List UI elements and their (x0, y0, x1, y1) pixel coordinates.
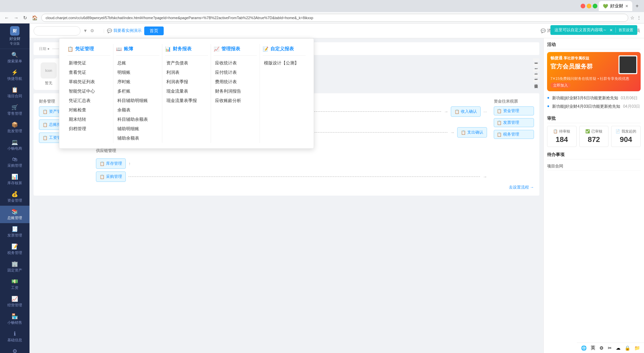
home-btn[interactable]: 🏠 (30, 14, 39, 21)
dropdown-overlay: 📋 凭证管理 新增凭证 查看凭证 草稿凭证列表 智能凭证中心 凭证汇总表 对账检… (30, 38, 644, 353)
dropdown-col-voucher: 📋 凭证管理 新增凭证 查看凭证 草稿凭证列表 智能凭证中心 凭证汇总表 对账检… (65, 44, 113, 143)
menu-item-finance-profit[interactable]: 财务利润报告 (214, 87, 257, 96)
voucher-col-title: 凭证管理 (75, 46, 94, 52)
message-icon: 💬 (541, 29, 546, 33)
sidebar-item-inventory[interactable]: 📊 库存核算 (0, 171, 30, 188)
sidebar-label-fund: 资金管理 (7, 198, 22, 203)
sidebar-item-operations[interactable]: 📈 经营管理 (0, 293, 30, 310)
sidebar-item-payroll[interactable]: 💵 工资 (0, 275, 30, 293)
menu-item-aging-analysis[interactable]: 应收账龄分析 (214, 96, 257, 105)
menu-item-profit[interactable]: 利润表 (165, 68, 208, 77)
menu-item-subject-detail[interactable]: 科目辅助明细账 (116, 96, 159, 105)
demo-btn[interactable]: 💬 我要看实例演示 (107, 28, 142, 34)
sales-icon: 🏪 (11, 313, 18, 319)
search-icon: 🔍 (11, 52, 18, 58)
reload-btn[interactable]: ↻ (21, 14, 29, 21)
sidebar-item-project[interactable]: 📋 项目合同 (0, 84, 30, 101)
sidebar-item-ledger[interactable]: 📚 总账管理 (0, 206, 30, 223)
back-btn[interactable]: ← (3, 14, 11, 21)
menu-item-balance-sheet[interactable]: 资产负债表 (165, 58, 208, 68)
menu-item-view-voucher[interactable]: 查看凭证 (67, 68, 110, 77)
tab-home[interactable]: 首页 (144, 27, 164, 35)
sidebar-item-purchase[interactable]: 🛍 采购管理 (0, 154, 30, 171)
menu-item-receivable-stat[interactable]: 应收统计表 (214, 58, 257, 68)
dropdown-menu: 📋 凭证管理 新增凭证 查看凭证 草稿凭证列表 智能凭证中心 凭证汇总表 对账检… (59, 38, 314, 149)
win-min-btn[interactable] (587, 4, 591, 8)
browser-tab-active[interactable]: 💚 好业财 ✕ (599, 1, 632, 11)
sidebar-label-basic: 基础信息 (7, 338, 22, 343)
sidebar-item-quick[interactable]: ⚡ 快捷导航 (0, 66, 30, 84)
menu-item-template-design[interactable]: 模版设计【公测】 (263, 58, 306, 68)
bottom-icon-6[interactable]: 🔒 (623, 345, 632, 351)
menu-item-new-voucher[interactable]: 新增凭证 (67, 58, 110, 68)
menu-item-cashflow-quarterly[interactable]: 现金流量表季报 (165, 96, 208, 105)
menu-item-assist-balance[interactable]: 辅助余额表 (116, 134, 159, 143)
finance-report-col-icon: 📊 (165, 46, 171, 52)
sidebar-label-fixed-assets: 固定资产 (7, 268, 22, 273)
header-tabs: 首页 (144, 27, 164, 35)
win-max-btn[interactable] (593, 4, 597, 8)
sidebar-item-retail[interactable]: 🛒 零售管理 (0, 101, 30, 119)
basic-icon: ℹ (14, 331, 16, 337)
new-tab-btn[interactable]: + (633, 3, 641, 9)
demo-icon: 💬 (107, 29, 112, 33)
version-badge: 专业版 (10, 41, 20, 46)
bottom-icon-5[interactable]: ☁ (614, 345, 622, 351)
company-search-input[interactable] (34, 26, 80, 36)
sidebar-label-retail: 零售管理 (7, 111, 22, 116)
bottom-icon-1[interactable]: 🌐 (580, 345, 588, 351)
menu-item-multi-col[interactable]: 多栏账 (116, 87, 159, 96)
url-text: cloud.chanjet.com/cc/u6d89qwnryel/57bfsk… (46, 16, 313, 20)
bookmark-icon[interactable]: ☆ (630, 15, 635, 20)
logo-icon: 财 (10, 26, 19, 36)
menu-item-archive[interactable]: 归档管理 (67, 124, 110, 134)
sidebar-label-ledger: 总账管理 (7, 215, 22, 220)
divider: | (103, 28, 104, 33)
sidebar-item-fixed-assets[interactable]: 🏢 固定资产 (0, 258, 30, 275)
menu-item-expense-stat[interactable]: 费用统计表 (214, 77, 257, 87)
menu-item-cashflow[interactable]: 现金流量表 (165, 87, 208, 96)
bottom-icon-7[interactable]: 📁 (633, 345, 641, 351)
sidebar-item-basic[interactable]: ℹ 基础信息 (0, 328, 30, 345)
ledger-col-title: 账簿 (124, 46, 133, 52)
win-close-btn[interactable] (581, 4, 585, 8)
menu-item-balance[interactable]: 余额表 (116, 105, 159, 115)
menu-item-subject-balance[interactable]: 科目辅助余额表 (116, 115, 159, 124)
sidebar-item-fund[interactable]: 💰 资金管理 (0, 188, 30, 206)
menu-item-detail-ledger[interactable]: 明细账 (116, 68, 159, 77)
sidebar-item-ecommerce[interactable]: 💻 小畅电商 (0, 136, 30, 154)
address-bar[interactable]: cloud.chanjet.com/cc/u6d89qwnryel/57bfsk… (41, 14, 628, 22)
menu-item-profit-quarterly[interactable]: 利润表季报 (165, 77, 208, 87)
fixed-assets-icon: 🏢 (11, 261, 18, 267)
bottom-icon-2[interactable]: 英 (589, 344, 597, 352)
menu-item-voucher-summary[interactable]: 凭证汇总表 (67, 96, 110, 105)
sidebar-item-search[interactable]: 🔍 搜索菜单 (0, 49, 30, 66)
sidebar-label-invoice: 发票管理 (7, 233, 22, 238)
menu-item-assist-detail[interactable]: 辅助明细账 (116, 124, 159, 134)
sidebar-label-inventory: 库存核算 (7, 181, 22, 186)
tab-close-btn[interactable]: ✕ (625, 4, 628, 8)
menu-item-reconcile[interactable]: 对账检查 (67, 105, 110, 115)
bottom-icon-4[interactable]: ✂ (606, 345, 613, 351)
menu-item-sequence-ledger[interactable]: 序时账 (116, 77, 159, 87)
sidebar-item-system[interactable]: ⚙ 系统管理 (0, 345, 30, 353)
col-header-ledger: 📖 账簿 (116, 44, 159, 56)
menu-item-smart-voucher[interactable]: 智能凭证中心 (67, 87, 110, 96)
sidebar-item-wholesale[interactable]: 📦 批发管理 (0, 119, 30, 136)
forward-btn[interactable]: → (12, 14, 20, 21)
dropdown-arrow-icon[interactable]: ▼ (83, 28, 88, 33)
tax-icon: 📝 (11, 243, 18, 250)
settings-gear-icon[interactable]: ⚙ (90, 28, 94, 33)
extension-icon[interactable]: ⋮ (637, 15, 641, 20)
sidebar-item-invoice[interactable]: 🧾 发票管理 (0, 223, 30, 241)
menu-item-general-ledger[interactable]: 总账 (116, 58, 159, 68)
sidebar-item-sales[interactable]: 🏪 小畅销售 (0, 310, 30, 328)
dropdown-col-finance-report: 📊 财务报表 资产负债表 利润表 利润表季报 现金流量表 现金流量表季报 (162, 44, 211, 143)
bottom-icon-3[interactable]: ⚙ (598, 345, 605, 351)
menu-item-draft-voucher[interactable]: 草稿凭证列表 (67, 77, 110, 87)
menu-item-payable-stat[interactable]: 应付统计表 (214, 68, 257, 77)
sidebar-item-tax[interactable]: 📝 税务管理 (0, 241, 30, 258)
voucher-col-icon: 📋 (67, 46, 73, 52)
menu-item-period-close[interactable]: 期末结转 (67, 115, 110, 124)
sidebar: 财 好业财 专业版 🔍 搜索菜单 ⚡ 快捷导航 📋 项目合同 🛒 零售管理 📦 … (0, 23, 30, 353)
